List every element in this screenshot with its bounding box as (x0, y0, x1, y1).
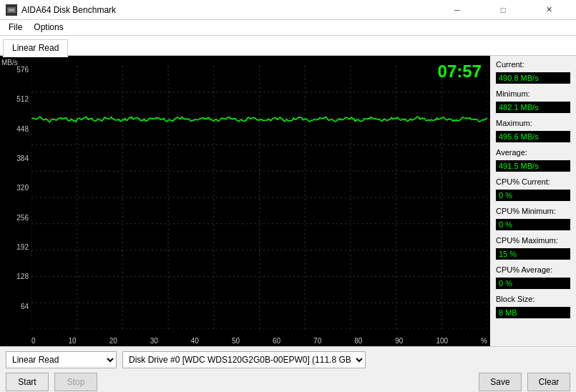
clear-button[interactable]: Clear (527, 373, 570, 391)
y-tick-512: 512 (1, 95, 29, 103)
cpu-average-value: 0 % (496, 278, 570, 289)
menu-options[interactable]: Options (28, 21, 69, 34)
block-size-value: 8 MB (496, 307, 570, 318)
y-axis: 576 512 448 384 320 256 192 128 64 (1, 66, 29, 332)
controls-row2: Start Stop Save Clear (6, 373, 570, 391)
x-tick-80: 80 (354, 337, 362, 345)
block-size-label: Block Size: (496, 295, 570, 303)
test-select[interactable]: Linear Read Linear Write Random Read Ran… (6, 351, 117, 368)
disk-select[interactable]: Disk Drive #0 [WDC WDS120G2G0B-00EPW0] (… (122, 351, 366, 368)
close-button[interactable]: ✕ (527, 3, 570, 17)
x-tick-30: 30 (150, 337, 158, 345)
y-tick-256: 256 (1, 214, 29, 222)
x-tick-60: 60 (273, 337, 280, 345)
x-tick-pct: % (481, 337, 487, 345)
main-content: MB/s 576 512 448 384 320 256 192 128 64 … (0, 56, 576, 346)
x-tick-100: 100 (436, 337, 448, 345)
cpu-current-label: CPU% Current: (496, 177, 570, 186)
y-tick-192: 192 (1, 243, 29, 251)
minimum-value: 482.1 MB/s (496, 102, 570, 113)
x-axis: 0 10 20 30 40 50 60 70 80 90 100 % (31, 337, 487, 345)
stop-button[interactable]: Stop (54, 373, 97, 391)
window-controls: ─ □ ✕ (436, 3, 570, 17)
minimum-label: Minimum: (496, 89, 570, 98)
cpu-minimum-label: CPU% Minimum: (496, 207, 570, 215)
maximum-label: Maximum: (496, 119, 570, 127)
svg-rect-1 (9, 9, 14, 11)
y-tick-320: 320 (1, 184, 29, 192)
save-button[interactable]: Save (479, 373, 522, 391)
window-title: AIDA64 Disk Benchmark (21, 5, 116, 15)
tab-linear-read[interactable]: Linear Read (3, 39, 68, 57)
x-tick-20: 20 (109, 337, 117, 345)
cpu-average-label: CPU% Average: (496, 265, 570, 274)
cpu-maximum-value: 15 % (496, 248, 570, 260)
title-bar: AIDA64 Disk Benchmark ─ □ ✕ (0, 0, 576, 20)
y-tick-64: 64 (1, 303, 29, 310)
timer-display: 07:57 (438, 62, 482, 82)
bottom-bar: Linear Read Linear Write Random Read Ran… (0, 346, 576, 392)
benchmark-chart (31, 66, 487, 329)
y-tick-384: 384 (1, 155, 29, 162)
stats-panel: Current: 490.8 MB/s Minimum: 482.1 MB/s … (490, 56, 576, 346)
maximize-button[interactable]: □ (482, 3, 524, 17)
menu-bar: File Options (0, 20, 576, 36)
start-button[interactable]: Start (6, 373, 49, 391)
x-tick-0: 0 (31, 337, 36, 345)
controls-row1: Linear Read Linear Write Random Read Ran… (6, 351, 570, 368)
chart-wrapper: MB/s 576 512 448 384 320 256 192 128 64 … (0, 56, 490, 346)
y-tick-448: 448 (1, 125, 29, 133)
menu-file[interactable]: File (3, 21, 28, 34)
average-label: Average: (496, 148, 570, 157)
app-icon (6, 4, 17, 16)
x-tick-10: 10 (69, 337, 77, 345)
y-tick-576: 576 (1, 66, 29, 74)
x-tick-50: 50 (232, 337, 240, 345)
minimize-button[interactable]: ─ (436, 3, 479, 17)
y-tick-128: 128 (1, 273, 29, 280)
tab-bar: Linear Read (0, 36, 576, 56)
cpu-current-value: 0 % (496, 190, 570, 201)
x-tick-40: 40 (191, 337, 199, 345)
x-tick-90: 90 (395, 337, 403, 345)
maximum-value: 495.6 MB/s (496, 131, 570, 142)
x-tick-70: 70 (313, 337, 321, 345)
cpu-minimum-value: 0 % (496, 219, 570, 230)
current-label: Current: (496, 60, 570, 69)
average-value: 491.5 MB/s (496, 160, 570, 172)
current-value: 490.8 MB/s (496, 72, 570, 84)
cpu-maximum-label: CPU% Maximum: (496, 236, 570, 245)
